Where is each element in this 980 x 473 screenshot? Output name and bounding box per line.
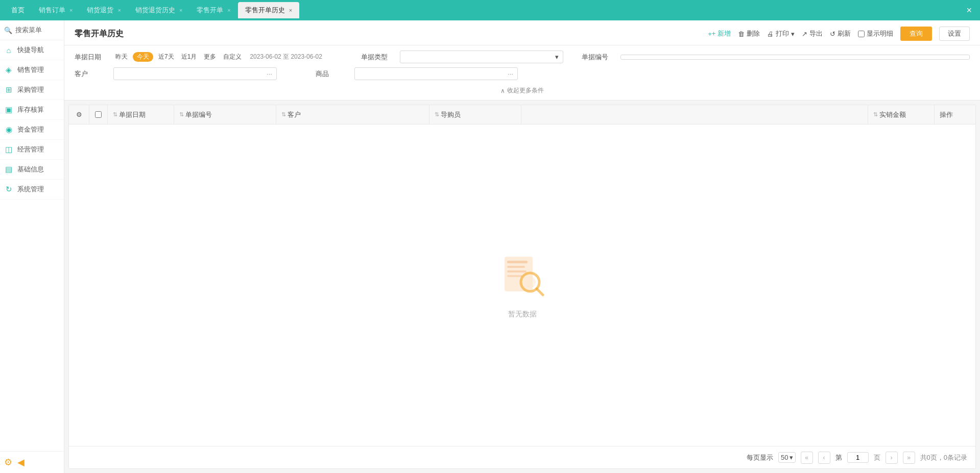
- th-action: 操作: [935, 105, 975, 124]
- query-button[interactable]: 查询: [900, 27, 932, 41]
- date-more[interactable]: 更多: [202, 52, 218, 62]
- page-size-dropdown-icon: ▾: [790, 454, 793, 461]
- client-filter-label: 客户: [75, 69, 105, 79]
- pagination-bar: 每页显示 50 ▾ « ‹ 第 页 › »: [69, 446, 975, 468]
- header-actions: + + 新增 🗑 删除 🖨 打印 ▾ ↗ 导出 ↺: [708, 27, 970, 41]
- tab-sales-return[interactable]: 销货退货 ×: [80, 2, 128, 18]
- show-detail-checkbox-label[interactable]: 显示明细: [858, 29, 893, 38]
- settings-col-icon: ⚙: [76, 111, 82, 118]
- sidebar-item-quick-nav[interactable]: ⌂ 快捷导航: [0, 40, 64, 60]
- search-icon: 🔍: [4, 27, 12, 34]
- page-input[interactable]: [847, 452, 869, 463]
- sort-icon-client[interactable]: ⇅: [281, 111, 286, 118]
- sort-icon-amount[interactable]: ⇅: [873, 111, 878, 118]
- delete-icon: 🗑: [738, 30, 745, 38]
- sort-icon-date[interactable]: ⇅: [113, 111, 117, 118]
- date-custom[interactable]: 自定义: [221, 52, 244, 62]
- sidebar: 🔍 搜索菜单 ⌂ 快捷导航 ◈ 销售管理 ⊞ 采购管理 ▣ 库存核算 ◉ 资金管…: [0, 20, 64, 473]
- th-client: ⇅ 客户: [276, 105, 429, 124]
- svg-point-6: [524, 277, 536, 288]
- sidebar-collapse-button[interactable]: ◀: [17, 457, 25, 468]
- th-amount: ⇅ 实销金额: [868, 105, 935, 124]
- tab-retail-open-history-close[interactable]: ×: [289, 7, 292, 13]
- settings-button[interactable]: 设置: [939, 27, 970, 41]
- doc-type-select[interactable]: ▾: [400, 51, 563, 63]
- sort-icon-guide[interactable]: ⇅: [435, 111, 439, 118]
- date-yesterday[interactable]: 昨天: [113, 52, 130, 62]
- select-all-checkbox[interactable]: [95, 111, 102, 118]
- tab-home[interactable]: 首页: [4, 2, 32, 18]
- topbar-right: ×: [962, 5, 976, 16]
- tab-sales-return-history-close[interactable]: ×: [179, 7, 182, 13]
- client-input[interactable]: ···: [113, 67, 277, 80]
- sidebar-item-sys-mgmt[interactable]: ↻ 系统管理: [0, 180, 64, 200]
- goods-ellipsis[interactable]: ···: [508, 70, 513, 78]
- date-range-display: 2023-06-02 至 2023-06-02: [250, 53, 322, 61]
- sidebar-bottom: ⚙ ◀: [0, 451, 64, 473]
- svg-line-7: [537, 289, 543, 295]
- sidebar-item-inventory[interactable]: ▣ 库存核算: [0, 100, 64, 120]
- tab-retail-open-history[interactable]: 零售开单历史 ×: [238, 2, 299, 18]
- sidebar-item-basic-info[interactable]: ▤ 基础信息: [0, 160, 64, 180]
- th-guide: ⇅ 导购员: [429, 105, 521, 124]
- tab-retail-open[interactable]: 零售开单 ×: [189, 2, 237, 18]
- table-header: ⚙ ⇅ 单据日期 ⇅ 单据编号 ⇅ 客户 ⇅: [69, 105, 975, 125]
- svg-rect-2: [507, 266, 525, 268]
- table-area: ⚙ ⇅ 单据日期 ⇅ 单据编号 ⇅ 客户 ⇅: [68, 105, 976, 469]
- sidebar-item-sales-mgmt[interactable]: ◈ 销售管理: [0, 60, 64, 80]
- doc-no-input[interactable]: [620, 55, 970, 60]
- export-button[interactable]: ↗ 导出: [802, 29, 823, 38]
- goods-input[interactable]: ···: [354, 67, 518, 80]
- collapse-button[interactable]: ∧ 收起更多条件: [500, 86, 544, 95]
- export-icon: ↗: [802, 30, 807, 38]
- page-word: 第: [835, 453, 842, 462]
- date-today[interactable]: 今天: [133, 52, 153, 62]
- svg-rect-4: [507, 275, 522, 277]
- client-ellipsis[interactable]: ···: [267, 70, 272, 78]
- tab-sales-return-history[interactable]: 销货退货历史 ×: [128, 2, 189, 18]
- doc-no-label: 单据编号: [582, 53, 612, 62]
- empty-text: 暂无数据: [508, 310, 537, 319]
- date-filter-label: 单据日期: [75, 53, 105, 62]
- sales-icon: ◈: [4, 65, 13, 74]
- page-size-label: 每页显示: [747, 453, 773, 462]
- sidebar-item-finance[interactable]: ◉ 资金管理: [0, 120, 64, 140]
- th-settings[interactable]: ⚙: [69, 105, 89, 124]
- date-7days[interactable]: 近7天: [156, 52, 176, 62]
- sidebar-settings-button[interactable]: ⚙: [4, 457, 12, 468]
- print-icon: 🖨: [767, 30, 774, 38]
- first-page-button[interactable]: «: [801, 452, 813, 464]
- purchase-icon: ⊞: [4, 85, 13, 94]
- tab-sales-return-close[interactable]: ×: [117, 7, 121, 13]
- page-size-select[interactable]: 50 ▾: [778, 452, 795, 463]
- plus-icon: +: [708, 30, 712, 38]
- date-1month[interactable]: 近1月: [179, 52, 199, 62]
- sidebar-item-purchase-mgmt[interactable]: ⊞ 采购管理: [0, 80, 64, 100]
- last-page-button[interactable]: »: [903, 452, 915, 464]
- prev-page-button[interactable]: ‹: [818, 452, 830, 464]
- next-page-button[interactable]: ›: [886, 452, 898, 464]
- print-button[interactable]: 🖨 打印 ▾: [767, 29, 795, 38]
- collapse-row: ∧ 收起更多条件: [75, 84, 970, 95]
- goods-filter-label: 商品: [316, 69, 346, 79]
- filter-row-1: 单据日期 昨天 今天 近7天 近1月 更多 自定义 2023-06-02 至 2…: [75, 51, 970, 63]
- page-text: 页: [874, 453, 880, 462]
- delete-button[interactable]: 🗑 删除: [738, 29, 760, 38]
- tab-bar: 首页 销售订单 × 销货退货 × 销货退货历史 × 零售开单 × 零售开单历史 …: [0, 0, 980, 20]
- tab-sales-order-close[interactable]: ×: [69, 7, 73, 13]
- basic-info-icon: ▤: [4, 165, 13, 174]
- th-number: ⇅ 单据编号: [174, 105, 276, 124]
- tab-retail-open-close[interactable]: ×: [227, 7, 230, 13]
- sidebar-search[interactable]: 🔍 搜索菜单: [0, 20, 64, 40]
- show-detail-checkbox[interactable]: [858, 31, 865, 37]
- th-checkbox[interactable]: [89, 105, 108, 124]
- chevron-down-icon: ▾: [555, 53, 559, 61]
- sort-icon-number[interactable]: ⇅: [179, 111, 184, 118]
- tab-sales-order[interactable]: 销售订单 ×: [32, 2, 80, 18]
- window-close-button[interactable]: ×: [962, 5, 976, 16]
- refresh-button[interactable]: ↺ 刷新: [830, 29, 851, 38]
- new-button[interactable]: + + 新增: [708, 29, 731, 38]
- page-title: 零售开单历史: [75, 29, 124, 39]
- svg-rect-1: [507, 261, 528, 263]
- sidebar-item-operations[interactable]: ◫ 经营管理: [0, 140, 64, 160]
